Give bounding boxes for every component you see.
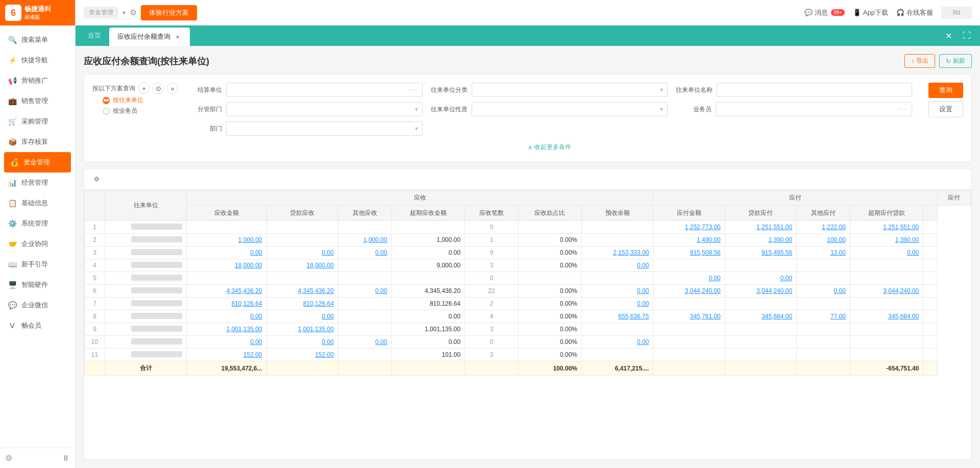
table-cell[interactable] [850,349,923,361]
app-download-item[interactable]: 📱 App下载 [853,8,888,17]
table-cell[interactable] [338,298,391,310]
table-cell[interactable]: 1,251,551.00 [725,221,796,234]
table-cell[interactable] [338,272,391,285]
table-cell[interactable] [850,323,923,336]
table-cell[interactable]: 0.00 [582,298,653,310]
table-cell[interactable]: 0.00 [582,285,653,298]
sidebar-item-sales[interactable]: 💼 销售管理 [0,91,75,111]
table-cell[interactable] [338,349,391,361]
table-cell[interactable] [266,221,338,234]
online-service-item[interactable]: 🎧 在线客服 [896,8,933,17]
tab-close-icon[interactable]: × [174,33,182,41]
table-cell[interactable]: 4,345,436.20 [187,285,267,298]
table-cell[interactable]: 0.00 [582,259,653,272]
table-cell[interactable] [725,336,796,349]
table-cell[interactable]: 0.00 [187,336,267,349]
table-cell[interactable]: 100.00 [797,234,850,247]
add-scheme-button[interactable]: + [138,83,150,94]
table-cell[interactable] [338,259,391,272]
table-cell[interactable] [338,323,391,336]
table-cell[interactable]: 0.00 [338,247,391,259]
table-cell[interactable] [725,259,796,272]
table-cell[interactable]: 0.00 [653,272,725,285]
partner-name-input[interactable] [717,83,912,97]
table-cell[interactable]: 1,490.00 [653,234,725,247]
table-cell[interactable] [797,349,850,361]
sidebar-item-system[interactable]: ⚙️ 系统管理 [0,213,75,234]
scheme-settings-button[interactable]: ⊙ [153,83,164,94]
table-cell[interactable]: 3,044,240.00 [725,285,796,298]
table-cell[interactable]: 1,252,773.00 [653,221,725,234]
table-scroll[interactable]: 往来单位 应收 应付 应付 应收金额 贷款应收 其他应收 超期应收金额 应收笔数… [84,190,971,459]
table-cell[interactable] [653,259,725,272]
table-cell[interactable] [582,349,653,361]
table-cell[interactable]: 0.00 [725,272,796,285]
table-cell[interactable]: 0.00 [266,336,338,349]
table-cell[interactable]: 18,000.00 [266,259,338,272]
table-cell[interactable]: 1,001,135.00 [187,323,267,336]
settings-icon[interactable]: ⚙ [5,453,12,463]
tab-ar-query[interactable]: 应收应付余额查询 × [109,28,190,46]
table-cell[interactable] [797,298,850,310]
dept-manager-input[interactable]: ▾ [226,102,423,116]
table-cell[interactable]: 345,684.00 [850,310,923,323]
partner-category-input[interactable]: ▾ [472,83,667,97]
table-cell[interactable] [797,259,850,272]
collapse-more-button[interactable]: ∧ 收起更多条件 [186,141,912,154]
tab-home[interactable]: 首页 [80,26,109,46]
user-avatar[interactable]: Rit [941,7,972,19]
solution-button[interactable]: 体验行业方案 [141,5,197,20]
table-cell[interactable]: 152.00 [187,349,267,361]
settings-button[interactable]: 设置 [928,101,963,117]
export-button[interactable]: ↑ 导出 [904,54,935,68]
table-cell[interactable]: 810,126.64 [187,298,267,310]
close-window-icon[interactable]: ✕ [941,29,955,43]
table-cell[interactable] [266,234,338,247]
table-cell[interactable] [266,272,338,285]
sidebar-item-marketing[interactable]: 📢 营销推广 [0,70,75,91]
table-cell[interactable]: 0.00 [338,336,391,349]
refresh-button[interactable]: ↻ 刷新 [939,54,972,68]
table-cell[interactable]: 1,000.00 [187,234,267,247]
table-cell[interactable] [797,323,850,336]
maximize-icon[interactable]: ⛶ [960,29,974,43]
table-cell[interactable] [725,298,796,310]
table-cell[interactable] [338,221,391,234]
table-cell[interactable]: 915,495.56 [725,247,796,259]
table-cell[interactable] [797,272,850,285]
sidebar-item-hardware[interactable]: 🖥️ 智能硬件 [0,275,75,295]
breadcrumb-dropdown-icon[interactable]: ▾ [122,9,126,16]
table-cell[interactable] [725,349,796,361]
table-settings-icon[interactable]: ⚙ [90,173,103,185]
table-cell[interactable]: 18,000.00 [187,259,267,272]
table-cell[interactable]: 0.00 [582,336,653,349]
table-cell[interactable] [582,323,653,336]
table-cell[interactable] [187,272,267,285]
sidebar-item-guide[interactable]: 📖 新手引导 [0,254,75,275]
table-cell[interactable] [187,221,267,234]
sidebar-item-search[interactable]: 🔍 搜索菜单 [0,30,75,50]
messages-item[interactable]: 💬 消息 99+ [804,8,845,17]
table-cell[interactable]: 915,508.56 [653,247,725,259]
table-cell[interactable]: 345,761.00 [653,310,725,323]
table-cell[interactable]: 3,044,240.00 [850,285,923,298]
table-cell[interactable]: 4,345,436.20 [266,285,338,298]
table-cell[interactable]: 0.00 [266,310,338,323]
table-cell[interactable]: 810,126.64 [266,298,338,310]
table-cell[interactable] [653,349,725,361]
table-cell[interactable]: 0.00 [850,247,923,259]
table-cell[interactable] [850,272,923,285]
table-cell[interactable]: 1,000.00 [338,234,391,247]
table-cell[interactable]: 3,044,240.00 [653,285,725,298]
sidebar-item-wechat[interactable]: 💬 企业微信 [0,295,75,315]
sidebar-item-basic[interactable]: 📋 基础信息 [0,193,75,213]
table-cell[interactable]: 1,001,135.00 [266,323,338,336]
table-cell[interactable] [653,323,725,336]
sidebar-item-quicknav[interactable]: ⚡ 快捷导航 [0,50,75,70]
settlement-unit-input[interactable]: ··· [226,83,423,97]
sidebar-item-vip[interactable]: V 畅会员 [0,315,75,336]
sidebar-item-purchase[interactable]: 🛒 采购管理 [0,111,75,132]
table-cell[interactable]: 0.00 [266,247,338,259]
table-cell[interactable] [582,272,653,285]
table-cell[interactable] [653,336,725,349]
